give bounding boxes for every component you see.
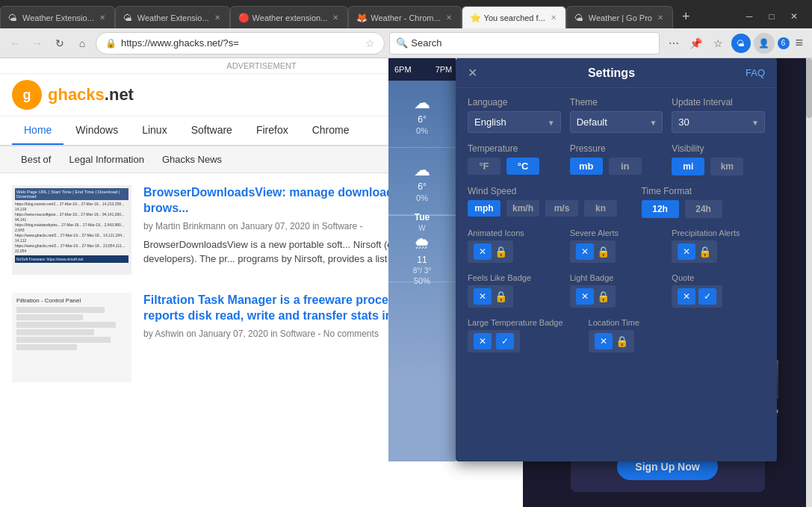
pocket-button[interactable]: 📌 <box>687 34 706 53</box>
nav-firefox[interactable]: Firefox <box>244 116 300 145</box>
more-button[interactable]: ⋯ <box>664 34 684 53</box>
quote-check-button[interactable]: ✓ <box>698 288 716 305</box>
wind-kn-button[interactable]: kn <box>584 200 617 217</box>
time-24h-button[interactable]: 24h <box>685 200 722 218</box>
weather-time-6pm-label: 6PM <box>394 65 412 74</box>
tab-4[interactable]: 🦊 Weather - Chrom... ✕ <box>348 6 461 28</box>
nav-windows[interactable]: Windows <box>63 116 130 145</box>
sub-nav-best-of[interactable]: Best of <box>12 151 60 168</box>
light-badge-x-button[interactable]: ✕ <box>576 288 594 305</box>
home-button[interactable]: ⌂ <box>73 34 91 52</box>
temp-tuesday: 11 <box>417 255 427 265</box>
visibility-km-button[interactable]: km <box>710 158 743 175</box>
temp-range-tuesday: 8°/ 3° <box>413 267 432 275</box>
light-badge-label: Light Badge <box>570 273 663 282</box>
theme-label: Theme <box>570 97 663 108</box>
url-bar[interactable]: 🔒 https://www.ghacks.net/?s= ☆ <box>96 32 385 55</box>
language-label: Language <box>468 97 561 108</box>
nav-linux[interactable]: Linux <box>130 116 179 145</box>
quote-x-button[interactable]: ✕ <box>678 288 695 305</box>
language-select[interactable]: English Spanish French <box>468 111 561 133</box>
sub-nav-news[interactable]: Ghacks News <box>153 151 231 168</box>
back-button[interactable]: ← <box>6 34 24 52</box>
sub-nav-legal[interactable]: Legal Information <box>60 151 152 168</box>
tab-3[interactable]: 🔴 Weather extension... ✕ <box>230 6 349 28</box>
animated-icons-control: ✕ 🔒 <box>468 240 561 263</box>
security-icon: 🔒 <box>105 38 117 49</box>
weather-slot-7pm: ☁ 6° 0% <box>388 148 456 215</box>
large-temp-badge-x-button[interactable]: ✕ <box>474 333 492 349</box>
tab-4-label: Weather - Chrom... <box>371 13 440 22</box>
tab-6-close[interactable]: ✕ <box>656 12 665 23</box>
precip-tuesday: 50% <box>414 276 430 285</box>
reload-button[interactable]: ↻ <box>51 34 69 52</box>
severe-alerts-x-button[interactable]: ✕ <box>576 243 594 260</box>
wind-ms-button[interactable]: m/s <box>545 200 578 217</box>
wind-mph-button[interactable]: mph <box>468 200 500 217</box>
nav-software[interactable]: Software <box>179 116 244 145</box>
tab-3-label: Weather extension... <box>252 13 328 22</box>
maximize-button[interactable]: □ <box>761 6 782 27</box>
light-badge-control: ✕ 🔒 <box>570 285 663 308</box>
precip-6pm: 0% <box>416 126 428 135</box>
settings-title: Settings <box>477 66 746 80</box>
site-logo[interactable]: g ghacks.net <box>12 80 134 110</box>
animated-icons-x-button[interactable]: ✕ <box>474 243 492 260</box>
weather-slot-tuesday: Tue W 🌧 11 8°/ 3° 50% <box>388 215 456 282</box>
temp-c-button[interactable]: °C <box>506 158 539 175</box>
tab-6-favicon: 🌤 <box>574 13 585 23</box>
nav-chrome[interactable]: Chrome <box>300 116 362 145</box>
visibility-group: Visibility mi km <box>672 143 765 175</box>
light-badge-item: Light Badge ✕ 🔒 <box>570 273 663 308</box>
feels-like-label: Feels Like Badge <box>468 273 561 282</box>
update-interval-select[interactable]: 30 15 60 <box>672 111 765 133</box>
visibility-mi-button[interactable]: mi <box>672 158 704 175</box>
tab-4-close[interactable]: ✕ <box>444 12 453 23</box>
tab-1[interactable]: 🌤 Weather Extensio... ✕ <box>0 6 115 28</box>
new-tab-button[interactable]: + <box>676 9 696 25</box>
forward-button[interactable]: → <box>28 34 46 52</box>
precip-alerts-lock-icon: 🔒 <box>698 246 711 258</box>
time-12h-button[interactable]: 12h <box>642 200 679 218</box>
cloud-icon-7pm: ☁ <box>414 161 430 180</box>
pressure-toggle-row: mb in <box>570 158 663 175</box>
logo-text-domain: .net <box>105 85 134 104</box>
precip-alerts-control: ✕ 🔒 <box>672 240 765 263</box>
feels-like-x-button[interactable]: ✕ <box>474 288 492 305</box>
temperature-label: Temperature <box>468 143 561 154</box>
profile-button[interactable]: 👤 <box>754 33 775 54</box>
week-label: W <box>418 224 425 232</box>
nav-home[interactable]: Home <box>12 116 63 145</box>
star-button[interactable]: ☆ <box>709 34 728 53</box>
tab-2-close[interactable]: ✕ <box>213 12 222 23</box>
close-window-button[interactable]: ✕ <box>784 6 805 27</box>
light-badge-lock-icon: 🔒 <box>597 290 610 302</box>
wind-kmh-button[interactable]: km/h <box>506 200 539 217</box>
bookmark-icon[interactable]: ☆ <box>365 37 375 49</box>
tab-6[interactable]: 🌤 Weather | Go Pro ✕ <box>566 6 673 28</box>
precip-alerts-x-button[interactable]: ✕ <box>678 243 695 260</box>
large-temp-badge-toggle: ✕ ✓ <box>468 330 520 352</box>
location-time-x-button[interactable]: ✕ <box>595 333 613 349</box>
minimize-button[interactable]: ─ <box>739 6 760 27</box>
pressure-in-button[interactable]: in <box>609 158 642 175</box>
temp-f-button[interactable]: °F <box>468 158 500 175</box>
pressure-mb-button[interactable]: mb <box>570 158 603 175</box>
tab-5[interactable]: ⭐ You searched f... ✕ <box>462 6 566 28</box>
settings-close-button[interactable]: ✕ <box>468 66 477 80</box>
search-input[interactable] <box>411 37 652 49</box>
tab-3-close[interactable]: ✕ <box>331 12 340 23</box>
wind-speed-label: Wind Speed <box>468 186 633 196</box>
severe-alerts-lock-icon: 🔒 <box>597 246 610 258</box>
tab-2[interactable]: 🌤 Weather Extensio... ✕ <box>115 6 230 28</box>
tab-5-close[interactable]: ✕ <box>549 12 558 23</box>
large-temp-badge-check-button[interactable]: ✓ <box>496 333 514 349</box>
rain-icon-tuesday: 🌧 <box>414 234 430 253</box>
hamburger-menu[interactable]: ≡ <box>793 35 807 51</box>
extension-weather-btn[interactable]: 🌤 <box>731 34 751 53</box>
temp-6pm: 6° <box>418 114 426 125</box>
theme-select[interactable]: Default Dark Light <box>570 111 663 133</box>
settings-faq-button[interactable]: FAQ <box>746 67 765 78</box>
quote-control: ✕ ✓ <box>672 285 765 308</box>
tab-1-close[interactable]: ✕ <box>98 12 107 23</box>
